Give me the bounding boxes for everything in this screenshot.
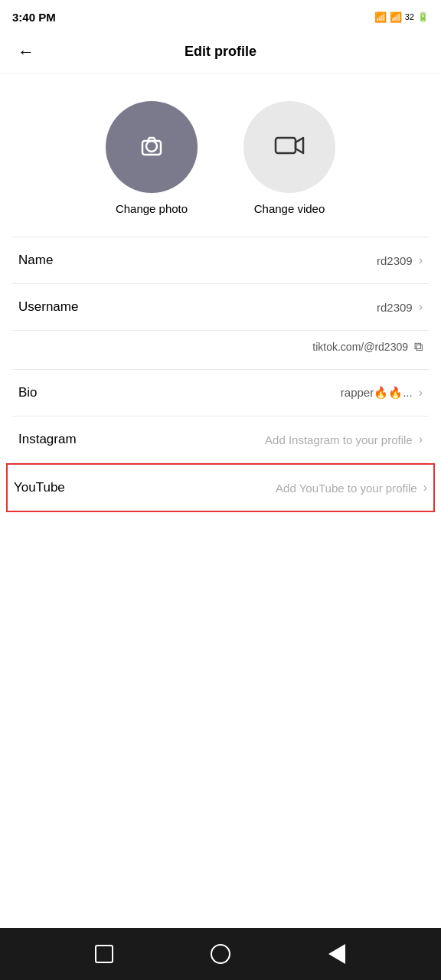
change-photo-button[interactable]: Change photo bbox=[106, 101, 198, 215]
name-field-row[interactable]: Name rd2309 › bbox=[12, 237, 429, 284]
fields-section: Name rd2309 › Username rd2309 › tiktok.c… bbox=[0, 237, 441, 512]
battery-icon: 🔋 bbox=[417, 11, 429, 22]
name-chevron-icon: › bbox=[419, 253, 423, 267]
signal-icon: 📶 bbox=[390, 11, 402, 23]
instagram-action: Add Instagram to your profile bbox=[265, 433, 413, 446]
bottom-nav bbox=[0, 928, 441, 980]
nav-back-button[interactable] bbox=[323, 940, 351, 968]
photo-circle bbox=[106, 101, 198, 193]
bio-value: rapper🔥🔥... bbox=[341, 386, 413, 400]
username-right: rd2309 › bbox=[377, 300, 423, 314]
change-photo-label: Change photo bbox=[116, 202, 188, 215]
svg-rect-1 bbox=[142, 141, 161, 155]
username-label: Username bbox=[18, 299, 78, 315]
name-value: rd2309 bbox=[377, 254, 413, 267]
svg-rect-2 bbox=[276, 138, 296, 153]
video-camera-icon bbox=[273, 129, 306, 165]
nav-home-button[interactable] bbox=[207, 940, 234, 968]
camera-icon bbox=[135, 129, 168, 165]
battery-level: 32 bbox=[405, 12, 414, 21]
username-chevron-icon: › bbox=[419, 300, 423, 314]
youtube-label: YouTube bbox=[14, 480, 65, 495]
instagram-chevron-icon: › bbox=[419, 433, 423, 446]
username-field-row[interactable]: Username rd2309 › bbox=[12, 284, 429, 331]
header: ← Edit profile bbox=[0, 31, 441, 74]
svg-point-0 bbox=[146, 141, 157, 152]
bio-field-row[interactable]: Bio rapper🔥🔥... › bbox=[12, 370, 429, 416]
circle-icon bbox=[211, 944, 230, 964]
instagram-label: Instagram bbox=[18, 432, 77, 447]
bio-right: rapper🔥🔥... › bbox=[341, 386, 423, 400]
status-bar: 3:40 PM 📶 📶 32 🔋 bbox=[0, 0, 441, 31]
back-button[interactable]: ← bbox=[12, 38, 40, 66]
page-title: Edit profile bbox=[185, 44, 256, 60]
instagram-field-row[interactable]: Instagram Add Instagram to your profile … bbox=[12, 416, 429, 463]
change-video-button[interactable]: Change video bbox=[243, 101, 335, 215]
youtube-chevron-icon: › bbox=[423, 481, 427, 495]
bluetooth-icon: 📶 bbox=[374, 11, 387, 23]
youtube-action: Add YouTube to your profile bbox=[276, 482, 417, 495]
bio-label: Bio bbox=[18, 385, 38, 400]
username-value: rd2309 bbox=[377, 301, 413, 314]
change-video-label: Change video bbox=[254, 202, 325, 215]
nav-square-button[interactable] bbox=[90, 940, 118, 968]
instagram-right: Add Instagram to your profile › bbox=[265, 433, 423, 446]
bio-chevron-icon: › bbox=[419, 386, 423, 400]
main-content: Change photo Change video Name rd2309 › bbox=[0, 74, 441, 928]
youtube-field-row[interactable]: YouTube Add YouTube to your profile › bbox=[6, 463, 435, 512]
tiktok-url-text: tiktok.com/@rd2309 bbox=[312, 341, 408, 353]
video-circle bbox=[243, 101, 335, 193]
youtube-right: Add YouTube to your profile › bbox=[276, 481, 427, 495]
status-icons: 📶 📶 32 🔋 bbox=[374, 11, 429, 23]
back-triangle-icon bbox=[328, 944, 345, 964]
name-right: rd2309 › bbox=[377, 253, 423, 267]
tiktok-url-row: tiktok.com/@rd2309 ⧉ bbox=[12, 331, 429, 370]
name-label: Name bbox=[18, 253, 53, 268]
media-section: Change photo Change video bbox=[0, 74, 441, 237]
square-icon bbox=[95, 945, 113, 963]
copy-icon[interactable]: ⧉ bbox=[414, 340, 423, 354]
status-time: 3:40 PM bbox=[12, 11, 56, 24]
